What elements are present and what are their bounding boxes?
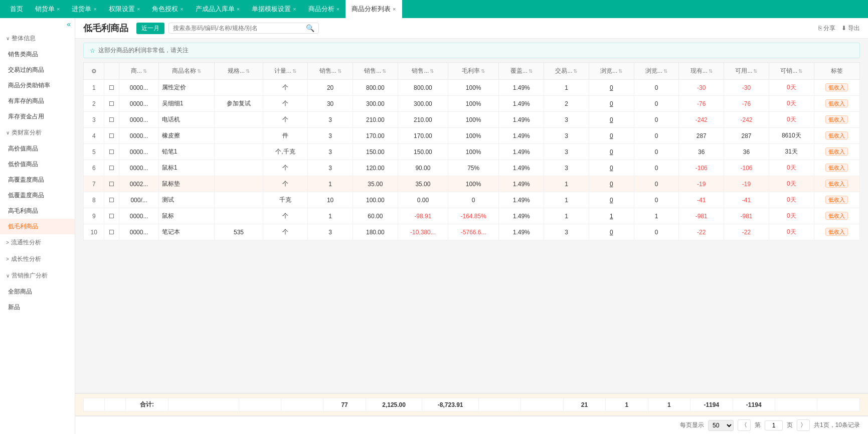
col-header-stock_current[interactable]: 现有...⇅ <box>679 63 724 80</box>
sidebar-group-4[interactable]: ∨营销推广分析 <box>0 267 75 284</box>
row-code: 0000... <box>119 96 158 112</box>
share-button[interactable]: ⎘ 分享 <box>818 24 835 33</box>
nav-item-商品分析列表[interactable]: 商品分析列表× <box>345 0 402 18</box>
row-checkbox[interactable]: ☐ <box>104 112 119 128</box>
row-checkbox[interactable]: ☐ <box>104 80 119 96</box>
sort-icon: ⇅ <box>337 68 341 74</box>
page-number-input[interactable] <box>765 420 783 430</box>
sidebar-item-高毛利商品[interactable]: 高毛利商品 <box>0 203 75 219</box>
table-container: ⚙商...⇅商品名称⇅规格...⇅计量...⇅销售...⇅销售...⇅销售...… <box>75 62 868 393</box>
col-header-stock_available[interactable]: 可用...⇅ <box>724 63 769 80</box>
row-browse1: 1 <box>589 208 634 224</box>
row-sales-qty: 10 <box>308 192 353 208</box>
row-sales-amount: 300.00 <box>398 96 448 112</box>
sidebar-group-2[interactable]: >流通性分析 <box>0 234 75 251</box>
nav-item-权限设置[interactable]: 权限设置× <box>103 0 146 18</box>
col-header-transaction[interactable]: 交易...⇅ <box>544 63 589 80</box>
notice-bar: ☆ 这部分商品的利润非常低，请关注 <box>83 43 860 58</box>
col-header-browse2[interactable]: 浏览...⇅ <box>634 63 679 80</box>
nav-item-销货单[interactable]: 销货单× <box>29 0 66 18</box>
row-browse1: 0 <box>589 112 634 128</box>
header-actions: ⎘ 分享 ⬇ 导出 <box>818 24 860 33</box>
col-header-sales_qty[interactable]: 销售...⇅ <box>308 63 353 80</box>
row-stock-current: -22 <box>679 224 724 240</box>
sidebar-item-低覆盖度商品[interactable]: 低覆盖度商品 <box>0 188 75 203</box>
sidebar-item-低毛利商品[interactable]: 低毛利商品 <box>0 219 75 234</box>
row-stock-saleable: 0天 <box>769 112 814 128</box>
close-icon[interactable]: × <box>93 6 96 12</box>
sidebar: «∨整体信息销售类商品交易过的商品商品分类助销率有库存的商品库存资金占用∨类财富… <box>0 18 75 434</box>
col-header-settings: ⚙ <box>84 63 104 80</box>
top-navigation: 首页销货单×进货单×权限设置×角色授权×产成品入库单×单据模板设置×商品分析×商… <box>0 0 868 18</box>
sidebar-group-3[interactable]: >成长性分析 <box>0 251 75 267</box>
row-browse1: 0 <box>589 144 634 160</box>
col-header-sales_price[interactable]: 销售...⇅ <box>353 63 398 80</box>
row-coverage: 1.49% <box>499 160 544 176</box>
row-coverage: 1.49% <box>499 128 544 144</box>
col-header-name[interactable]: 商品名称⇅ <box>158 63 215 80</box>
row-checkbox[interactable]: ☐ <box>104 144 119 160</box>
col-header-code[interactable]: 商...⇅ <box>119 63 158 80</box>
prev-page-button[interactable]: 〈 <box>738 419 751 431</box>
per-page-select[interactable]: 50 100 <box>708 420 734 431</box>
nav-item-角色授权[interactable]: 角色授权× <box>146 0 189 18</box>
sidebar-item-交易过的商品[interactable]: 交易过的商品 <box>0 62 75 78</box>
col-header-gross_rate[interactable]: 毛利率⇅ <box>448 63 499 80</box>
col-header-browse1[interactable]: 浏览...⇅ <box>589 63 634 80</box>
row-number: 1 <box>84 80 104 96</box>
table-header: ⚙商...⇅商品名称⇅规格...⇅计量...⇅销售...⇅销售...⇅销售...… <box>84 63 860 80</box>
next-page-button[interactable]: 〉 <box>797 419 810 431</box>
sidebar-group-0[interactable]: ∨整体信息 <box>0 30 75 47</box>
row-code: 0000... <box>119 208 158 224</box>
sidebar-item-销售类商品[interactable]: 销售类商品 <box>0 47 75 62</box>
row-gross-rate: -164.85% <box>448 208 499 224</box>
share-icon: ⎘ <box>818 25 822 32</box>
sidebar-item-有库存的商品[interactable]: 有库存的商品 <box>0 93 75 109</box>
close-icon[interactable]: × <box>293 6 296 12</box>
close-icon[interactable]: × <box>393 6 396 12</box>
col-header-spec[interactable]: 规格...⇅ <box>215 63 263 80</box>
close-icon[interactable]: × <box>180 6 183 12</box>
nav-item-商品分析[interactable]: 商品分析× <box>302 0 345 18</box>
row-checkbox[interactable]: ☐ <box>104 192 119 208</box>
sidebar-item-全部商品[interactable]: 全部商品 <box>0 284 75 300</box>
row-gross-rate: 100% <box>448 96 499 112</box>
search-input[interactable] <box>173 25 306 32</box>
col-header-sales_amount[interactable]: 销售...⇅ <box>398 63 448 80</box>
sidebar-collapse-toggle[interactable]: « <box>65 20 73 28</box>
nav-item-进货单[interactable]: 进货单× <box>66 0 102 18</box>
close-icon[interactable]: × <box>137 6 140 12</box>
close-icon[interactable]: × <box>237 6 240 12</box>
export-button[interactable]: ⬇ 导出 <box>841 24 860 33</box>
row-code: 0000... <box>119 144 158 160</box>
sidebar-item-商品分类助销率[interactable]: 商品分类助销率 <box>0 78 75 93</box>
col-header-unit[interactable]: 计量...⇅ <box>263 63 308 80</box>
sidebar-group-1[interactable]: ∨类财富分析 <box>0 124 75 141</box>
sidebar-item-新品[interactable]: 新品 <box>0 300 75 315</box>
nav-item-单据模板设置[interactable]: 单据模板设置× <box>246 0 302 18</box>
row-checkbox[interactable]: ☐ <box>104 176 119 192</box>
row-transaction: 1 <box>544 208 589 224</box>
row-checkbox[interactable]: ☐ <box>104 224 119 240</box>
row-checkbox[interactable]: ☐ <box>104 96 119 112</box>
col-header-coverage[interactable]: 覆盖...⇅ <box>499 63 544 80</box>
row-sales-price: 800.00 <box>353 80 398 96</box>
sidebar-item-低价值商品[interactable]: 低价值商品 <box>0 157 75 172</box>
nav-item-产成品入库单[interactable]: 产成品入库单× <box>190 0 246 18</box>
row-checkbox[interactable]: ☐ <box>104 208 119 224</box>
group-arrow-icon: ∨ <box>6 130 10 135</box>
time-filter-button[interactable]: 近一月 <box>136 23 164 34</box>
nav-item-首页[interactable]: 首页 <box>4 0 29 18</box>
row-tag: 低收入 <box>814 192 859 208</box>
table-row: 8☐000/...测试千克10100.000.0001.49%100-41-41… <box>84 192 860 208</box>
sidebar-item-库存资金占用[interactable]: 库存资金占用 <box>0 109 75 124</box>
tag-badge: 低收入 <box>825 164 848 172</box>
close-icon[interactable]: × <box>57 6 60 12</box>
sidebar-item-高覆盖度商品[interactable]: 高覆盖度商品 <box>0 172 75 188</box>
col-header-stock_saleable[interactable]: 可销...⇅ <box>769 63 814 80</box>
close-icon[interactable]: × <box>336 6 339 12</box>
tag-badge: 低收入 <box>825 212 848 220</box>
row-checkbox[interactable]: ☐ <box>104 160 119 176</box>
sidebar-item-高价值商品[interactable]: 高价值商品 <box>0 141 75 157</box>
row-checkbox[interactable]: ☐ <box>104 128 119 144</box>
